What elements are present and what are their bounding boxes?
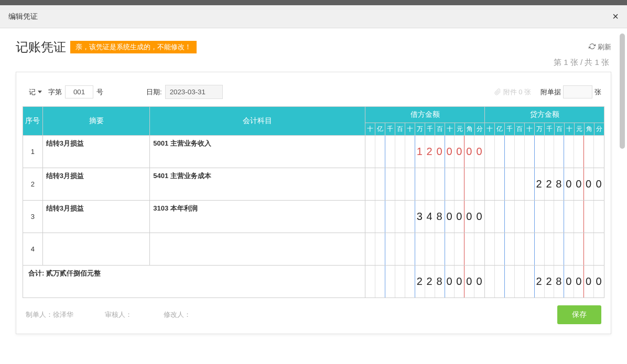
th-digit-unit: 分: [475, 123, 485, 136]
th-digit-unit: 百: [554, 123, 564, 136]
amount-cell[interactable]: 2280000: [365, 266, 485, 298]
th-digit-unit: 百: [435, 123, 445, 136]
amount-cell[interactable]: [365, 168, 485, 201]
cell-account[interactable]: 3103 本年利润: [150, 201, 365, 233]
amount-cell[interactable]: 2280000: [485, 168, 604, 201]
table-row: 2结转3月损益5401 主营业务成本2280000: [23, 168, 604, 201]
th-digit-unit: 千: [385, 123, 395, 136]
th-summary: 摘要: [42, 107, 149, 136]
total-label: 合计: 贰万贰仟捌佰元整: [23, 266, 365, 298]
date-input[interactable]: [165, 85, 223, 99]
total-row: 合计: 贰万贰仟捌佰元整22800002280000: [23, 266, 604, 298]
th-digit-unit: 分: [594, 123, 604, 136]
cell-summary[interactable]: [42, 233, 149, 266]
th-digit-unit: 元: [455, 123, 465, 136]
th-idx: 序号: [23, 107, 43, 136]
cell-account[interactable]: 5401 主营业务成本: [150, 168, 365, 201]
cell-idx: 3: [23, 201, 43, 233]
th-digit-unit: 万: [534, 123, 544, 136]
attachment-doc-label: 附单据: [540, 87, 561, 97]
th-digit-unit: 百: [395, 123, 405, 136]
scrollbar-track[interactable]: [619, 28, 626, 350]
table-row: 4: [23, 233, 604, 266]
auditor-field: 审核人：: [105, 310, 132, 319]
table-row: 1结转3月损益5001 主营业务收入1200000: [23, 136, 604, 168]
amount-cell[interactable]: 1200000: [365, 136, 485, 168]
th-credit: 贷方金额: [485, 107, 604, 123]
label-zhang: 张: [594, 87, 601, 97]
attachment-link[interactable]: 附件 0 张: [494, 87, 531, 97]
th-digit-unit: 角: [465, 123, 475, 136]
th-digit-unit: 百: [514, 123, 524, 136]
date-label: 日期:: [146, 87, 162, 97]
th-digit-unit: 千: [425, 123, 435, 136]
save-button[interactable]: 保存: [557, 305, 601, 324]
th-account: 会计科目: [150, 107, 365, 136]
cell-idx: 4: [23, 233, 43, 266]
attachment-link-text: 附件 0 张: [503, 87, 531, 97]
th-digit-unit: 十: [405, 123, 415, 136]
amount-cell[interactable]: [365, 233, 485, 266]
refresh-button[interactable]: 刷新: [589, 42, 611, 52]
th-digit-unit: 十: [485, 123, 495, 136]
close-icon[interactable]: ×: [612, 10, 619, 23]
th-digit-unit: 十: [445, 123, 455, 136]
th-digit-unit: 千: [505, 123, 515, 136]
voucher-title: 记账凭证: [16, 39, 66, 56]
cell-account[interactable]: 5001 主营业务收入: [150, 136, 365, 168]
th-digit-unit: 千: [544, 123, 554, 136]
modifier-field: 修改人：: [164, 310, 191, 319]
cell-idx: 1: [23, 136, 43, 168]
warning-tag: 亲，该凭证是系统生成的，不能修改！: [70, 41, 197, 53]
page-indicator: 第 1 张 / 共 1 张: [16, 58, 611, 68]
maker-field: 制单人：徐泽华: [26, 310, 73, 319]
voucher-table: 序号 摘要 会计科目 借方金额 贷方金额 十亿千百十万千百十元角分十亿千百十万千…: [23, 106, 604, 298]
voucher-type-select[interactable]: 记: [26, 86, 45, 98]
cell-idx: 2: [23, 168, 43, 201]
amount-cell[interactable]: [485, 233, 604, 266]
cell-summary[interactable]: 结转3月损益: [42, 168, 149, 201]
th-digit-unit: 亿: [375, 123, 385, 136]
voucher-type-label: 记: [29, 87, 36, 97]
th-digit-unit: 角: [584, 123, 594, 136]
modal-header: 编辑凭证 ×: [0, 5, 627, 28]
voucher-card: 记 字第 号 日期: 附件 0 张 附单据: [16, 72, 611, 334]
refresh-label: 刷新: [598, 42, 611, 52]
th-digit-unit: 十: [365, 123, 375, 136]
amount-cell[interactable]: 2280000: [485, 266, 604, 298]
cell-account[interactable]: [150, 233, 365, 266]
chevron-down-icon: [38, 91, 42, 93]
amount-cell[interactable]: 3480000: [365, 201, 485, 233]
th-digit-unit: 万: [415, 123, 425, 136]
window-topbar: [0, 0, 627, 5]
th-digit-unit: 十: [524, 123, 534, 136]
scrollbar-thumb[interactable]: [620, 34, 625, 149]
cell-summary[interactable]: 结转3月损益: [42, 136, 149, 168]
label-zidi: 字第: [48, 87, 62, 97]
th-digit-unit: 亿: [495, 123, 505, 136]
label-hao: 号: [96, 87, 103, 97]
refresh-icon: [589, 43, 596, 51]
amount-cell[interactable]: [485, 201, 604, 233]
th-digit-unit: 十: [564, 123, 574, 136]
th-digit-unit: 元: [574, 123, 584, 136]
amount-cell[interactable]: [485, 136, 604, 168]
modal-title: 编辑凭证: [8, 12, 38, 21]
cell-summary[interactable]: 结转3月损益: [42, 201, 149, 233]
attachment-count-input[interactable]: [563, 85, 592, 98]
table-row: 3结转3月损益3103 本年利润3480000: [23, 201, 604, 233]
voucher-number-input[interactable]: [65, 85, 93, 98]
th-debit: 借方金额: [365, 107, 485, 123]
